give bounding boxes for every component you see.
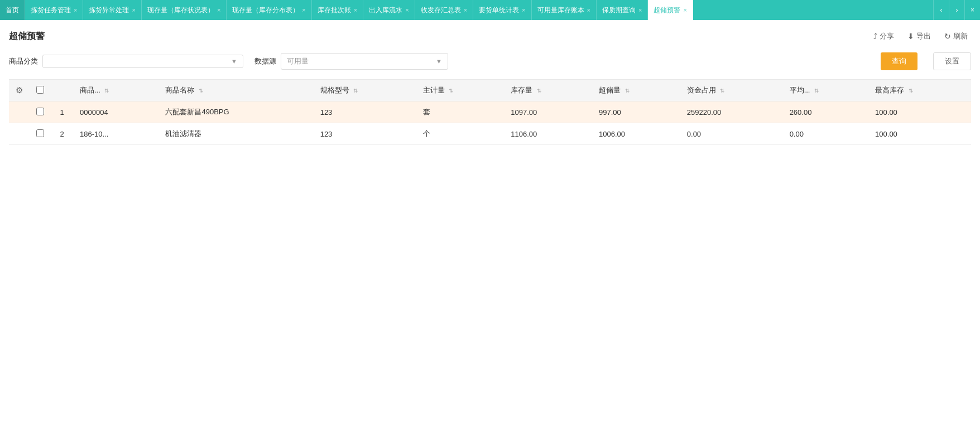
nav-close-available-book[interactable]: ×	[587, 7, 590, 13]
th-max-stock-label: 最高库存	[875, 86, 904, 94]
sort-stock-qty-icon: ⇅	[537, 88, 541, 94]
sort-spec-icon: ⇅	[353, 88, 358, 94]
nav-label-expiry: 保质期查询	[602, 6, 636, 15]
td-check-0	[30, 101, 51, 123]
td-stock-qty-1: 1106.00	[504, 123, 592, 145]
nav-close-summary[interactable]: ×	[464, 7, 467, 13]
nav-label-overstock: 超储预警	[654, 6, 680, 15]
td-product-code-1: 186-10...	[73, 123, 158, 145]
nav-item-inventory-status[interactable]: 现存量（库存状况表） ×	[142, 0, 227, 20]
sort-max-stock-icon: ⇅	[909, 88, 913, 94]
nav-item-batch-account[interactable]: 库存批次账 ×	[312, 0, 363, 20]
sort-unit-icon: ⇅	[449, 88, 453, 94]
th-product-name[interactable]: 商品名称 ⇅	[158, 80, 313, 101]
nav-item-pick-exception[interactable]: 拣货异常处理 ×	[83, 0, 141, 20]
th-product-name-label: 商品名称	[165, 86, 194, 94]
th-capital-label: 资金占用	[687, 86, 716, 94]
th-unit-label: 主计量	[423, 86, 445, 94]
nav-label-inventory-dist: 现存量（库存分布表）	[232, 6, 299, 15]
nav-item-flow[interactable]: 出入库流水 ×	[363, 0, 415, 20]
table-row: 2 186-10... 机油滤清器 123 个 1106.00 1006.00 …	[9, 123, 971, 145]
nav-item-order-stats[interactable]: 要货单统计表 ×	[473, 0, 531, 20]
td-max-stock-1: 100.00	[868, 123, 971, 145]
filter-row: 商品分类 ▼ 数据源 可用量 ▼ 查询 设置	[9, 52, 971, 70]
nav-arrow-close[interactable]: ×	[964, 0, 980, 20]
datasource-select[interactable]: 可用量 ▼	[281, 53, 448, 70]
refresh-button[interactable]: ↻ 刷新	[941, 29, 971, 43]
td-row-num-1: 2	[51, 123, 73, 145]
nav-label-pick-exception: 拣货异常处理	[89, 6, 129, 15]
page-header: 超储预警 ⤴ 分享 ⬇ 导出 ↻ 刷新	[9, 29, 971, 43]
nav-close-inventory-dist[interactable]: ×	[302, 7, 305, 13]
th-over-qty-label: 超储量	[599, 86, 621, 94]
th-unit[interactable]: 主计量 ⇅	[416, 80, 505, 101]
nav-label-batch-account: 库存批次账	[318, 6, 351, 15]
th-product-code[interactable]: 商品... ⇅	[73, 80, 158, 101]
th-check	[30, 80, 51, 101]
column-settings-icon[interactable]: ⚙	[16, 85, 23, 95]
nav-label-pick-task: 拣货任务管理	[31, 6, 71, 15]
nav-close-pick-exception[interactable]: ×	[132, 7, 135, 13]
nav-item-expiry[interactable]: 保质期查询 ×	[597, 0, 648, 20]
th-avg[interactable]: 平均... ⇅	[783, 80, 868, 101]
nav-label-home: 首页	[6, 6, 19, 15]
nav-item-pick-task[interactable]: 拣货任务管理 ×	[25, 0, 83, 20]
table-body: 1 0000004 六配套新昌490BPG 123 套 1097.00 997.…	[9, 101, 971, 145]
nav-close-batch-account[interactable]: ×	[354, 7, 357, 13]
table-header-row: ⚙ 商品... ⇅ 商品名称 ⇅ 规格型号 ⇅	[9, 80, 971, 101]
nav-item-inventory-dist[interactable]: 现存量（库存分布表） ×	[227, 0, 311, 20]
nav-arrow-right[interactable]: ›	[949, 0, 964, 20]
nav-close-expiry[interactable]: ×	[638, 7, 642, 13]
datasource-label: 数据源	[254, 56, 276, 66]
select-all-checkbox[interactable]	[36, 86, 44, 94]
nav-label-summary: 收发存汇总表	[421, 6, 461, 15]
td-over-qty-1: 1006.00	[592, 123, 680, 145]
td-row-settings-1	[9, 123, 30, 145]
td-unit-1: 个	[416, 123, 505, 145]
th-stock-qty-label: 库存量	[511, 86, 532, 94]
export-button[interactable]: ⬇ 导出	[904, 29, 934, 43]
share-label: 分享	[880, 31, 894, 41]
th-spec[interactable]: 规格型号 ⇅	[314, 80, 416, 101]
sort-product-code-icon: ⇅	[104, 88, 109, 94]
nav-item-overstock[interactable]: 超储预警 ×	[648, 0, 693, 20]
td-avg-1: 0.00	[783, 123, 868, 145]
th-capital[interactable]: 资金占用 ⇅	[680, 80, 783, 101]
nav-item-available-book[interactable]: 可用量库存账本 ×	[532, 0, 597, 20]
th-max-stock[interactable]: 最高库存 ⇅	[868, 80, 971, 101]
td-max-stock-0: 100.00	[868, 101, 971, 123]
th-stock-qty[interactable]: 库存量 ⇅	[504, 80, 592, 101]
th-over-qty[interactable]: 超储量 ⇅	[592, 80, 680, 101]
share-button[interactable]: ⤴ 分享	[870, 29, 897, 43]
nav-arrow-left[interactable]: ‹	[933, 0, 949, 20]
nav-item-summary[interactable]: 收发存汇总表 ×	[415, 0, 473, 20]
datasource-chevron-icon: ▼	[436, 58, 442, 65]
row-checkbox-0[interactable]	[36, 108, 44, 115]
td-product-name-1: 机油滤清器	[158, 123, 313, 145]
nav-label-order-stats: 要货单统计表	[479, 6, 519, 15]
td-product-code-0: 0000004	[73, 101, 158, 123]
nav-close-inventory-status[interactable]: ×	[217, 7, 220, 13]
td-over-qty-0: 997.00	[592, 101, 680, 123]
category-filter: 商品分类 ▼	[9, 55, 243, 68]
nav-item-home[interactable]: 首页	[0, 0, 25, 20]
refresh-label: 刷新	[953, 31, 968, 41]
td-avg-0: 260.00	[783, 101, 868, 123]
row-checkbox-1[interactable]	[36, 129, 44, 137]
td-row-num-0: 1	[51, 101, 73, 123]
query-button[interactable]: 查询	[881, 52, 917, 70]
export-icon: ⬇	[907, 32, 914, 41]
th-row-num	[51, 80, 73, 101]
sort-capital-icon: ⇅	[720, 88, 724, 94]
nav-arrows: ‹ › ×	[933, 0, 980, 20]
nav-close-overstock[interactable]: ×	[683, 7, 686, 13]
category-select[interactable]: ▼	[42, 55, 243, 68]
sort-product-name-icon: ⇅	[199, 88, 203, 94]
td-unit-0: 套	[416, 101, 505, 123]
nav-close-pick-task[interactable]: ×	[74, 7, 77, 13]
nav-close-order-stats[interactable]: ×	[522, 7, 525, 13]
export-label: 导出	[916, 31, 931, 41]
settings-button[interactable]: 设置	[933, 52, 971, 70]
top-nav: 首页 拣货任务管理 × 拣货异常处理 × 现存量（库存状况表） × 现存量（库存…	[0, 0, 980, 20]
nav-close-flow[interactable]: ×	[405, 7, 409, 13]
